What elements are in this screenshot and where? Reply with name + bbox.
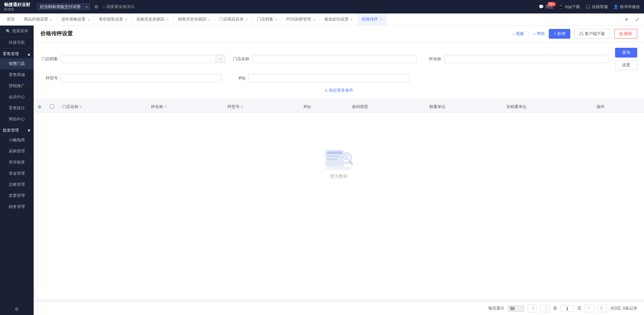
- tab-close-all-button[interactable]: ✕: [622, 16, 631, 23]
- tab-price-settings-label: 商品价格设置: [24, 16, 48, 22]
- delete-button[interactable]: 面 删除: [614, 29, 637, 39]
- th-gear[interactable]: ⚙: [34, 101, 46, 113]
- filter-scale-name: 秤名称: [424, 55, 608, 63]
- version-settings-button[interactable]: ⚙: [93, 3, 100, 10]
- sidebar-item-retail-mall-label: 零售商城: [9, 72, 25, 78]
- next-page-button[interactable]: 〉: [585, 305, 594, 312]
- sidebar-item-invoice[interactable]: 发票管理: [0, 190, 34, 201]
- tab-purchase-history-close[interactable]: ×: [167, 18, 169, 22]
- sidebar-item-help-center[interactable]: 帮助中心: [0, 114, 34, 125]
- sidebar-item-tax[interactable]: 税务管理: [0, 201, 34, 212]
- prev-page-button[interactable]: 〈: [540, 305, 550, 312]
- filter-store-name-input[interactable]: [252, 55, 417, 63]
- tab-pos-manage-close[interactable]: ×: [313, 18, 315, 22]
- sidebar-item-retail-mall[interactable]: 零售商城: [0, 69, 34, 80]
- online-service-button[interactable]: 🎧 在线客服: [585, 4, 608, 10]
- filter-store-name: 门店名称: [232, 55, 417, 63]
- version-select[interactable]: 好业财标准版交付试用: [37, 3, 90, 10]
- sidebar-item-purchase-mgr[interactable]: 采购管理: [0, 146, 34, 157]
- tab-min-discount-close[interactable]: ×: [351, 18, 353, 22]
- filter-scale-ip-input[interactable]: [248, 74, 409, 82]
- filter-scale-name-input[interactable]: [444, 55, 608, 63]
- filter-scale-ip-label: 秤ip: [228, 75, 246, 81]
- sidebar-quick-nav[interactable]: 快捷导航: [0, 37, 34, 48]
- query-button[interactable]: 查询: [615, 48, 637, 58]
- filter-scale-model-input[interactable]: [61, 74, 221, 82]
- select-all-checkbox[interactable]: [50, 104, 54, 109]
- version-select-wrap[interactable]: 好业财标准版交付试用: [37, 3, 90, 10]
- svg-rect-4: [327, 159, 337, 160]
- tab-purchase-strategy-close[interactable]: ×: [87, 18, 90, 22]
- user-menu[interactable]: 👤 徐泽华修改: [613, 4, 640, 10]
- page-title: 价格传秤设置: [40, 30, 73, 37]
- help-link[interactable]: ○ 帮助: [533, 31, 545, 37]
- tab-purchase-strategy[interactable]: 进价策略设置 ×: [57, 13, 94, 25]
- sidebar-item-smart-store[interactable]: 智慧门店: [0, 58, 34, 69]
- tab-store-archive[interactable]: 门店档案 ×: [253, 13, 282, 25]
- download-button[interactable]: 凸 客户端下载: [574, 29, 610, 39]
- tab-store-archive-close[interactable]: ×: [275, 18, 277, 22]
- sidebar-item-invoice-label: 发票管理: [9, 193, 25, 199]
- tab-store-catalog-close[interactable]: ×: [246, 18, 248, 22]
- tab-sale-history[interactable]: 销售历史价跟踪 ×: [174, 13, 215, 25]
- settings-button[interactable]: 设置: [615, 60, 637, 70]
- per-page-select[interactable]: 50 10 20 100: [508, 305, 524, 312]
- th-weight-unit: 称重单位: [425, 101, 502, 113]
- first-page-button[interactable]: 《: [528, 305, 537, 312]
- tab-sale-history-close[interactable]: ×: [208, 18, 210, 22]
- sidebar-settings-icon[interactable]: ⚙: [0, 303, 34, 315]
- data-table: ⚙ 门店名称 ⇅ 秤名称: [34, 101, 644, 113]
- tab-min-discount[interactable]: 最低折扣设置 ×: [320, 13, 357, 25]
- sidebar-item-marketing[interactable]: 营销推广: [0, 80, 34, 92]
- sidebar-item-general-ledger[interactable]: 总账管理: [0, 179, 34, 190]
- sidebar-item-member-center-label: 会员中心: [9, 94, 25, 100]
- th-store-name: 门店名称 ⇅: [58, 101, 147, 113]
- sidebar-item-member-center[interactable]: 会员中心: [0, 92, 34, 103]
- sidebar-item-retail-stats[interactable]: 零售统计: [0, 103, 34, 114]
- app-download-button[interactable]: 📱 App下载: [559, 4, 580, 10]
- demo-icon: ○: [103, 4, 105, 9]
- tab-price-scale[interactable]: 价格传秤 ×: [358, 13, 386, 25]
- help-icon: ○: [533, 32, 536, 36]
- sidebar-wholesale-label: 批发管理: [3, 128, 19, 133]
- sidebar-item-inventory[interactable]: 库存核算: [0, 157, 34, 168]
- sidebar-wholesale-header[interactable]: 批发管理 ▼: [0, 125, 34, 135]
- filter-store-archive-input[interactable]: [61, 55, 216, 63]
- last-page-button[interactable]: 》: [598, 305, 607, 312]
- filter-actions: 查询 设置: [615, 48, 637, 70]
- filter-store-archive-btn[interactable]: ···: [216, 55, 225, 63]
- demo-link[interactable]: ○ 我要看实例演示: [103, 4, 135, 10]
- tab-home[interactable]: 首页: [3, 13, 19, 25]
- sidebar-search[interactable]: 🔍 搜索菜单: [0, 26, 34, 37]
- tab-purchase-history[interactable]: 采购历史价跟踪 ×: [132, 13, 173, 25]
- tab-pos-manage-label: POS加密管理: [286, 16, 311, 22]
- sidebar-retail-header[interactable]: 零售管理 ▲: [0, 48, 34, 58]
- tab-store-catalog-label: 门店商品目录: [219, 16, 244, 22]
- sidebar-item-finance[interactable]: 资金管理: [0, 168, 34, 179]
- content-header: 价格传秤设置 ○ 视频 | ○ 帮助 + 新增 凸 客户端下载 面: [34, 26, 644, 42]
- tab-sell-price-label: 售价提取设置: [99, 16, 123, 22]
- tab-price-scale-close[interactable]: ×: [380, 18, 382, 22]
- empty-illustration: [319, 140, 359, 173]
- tab-price-scale-label: 价格传秤: [362, 16, 378, 22]
- message-badge: 99+: [547, 2, 556, 6]
- tab-price-settings[interactable]: 商品价格设置 ×: [20, 13, 57, 25]
- tab-price-settings-close[interactable]: ×: [50, 18, 52, 22]
- tab-sell-price-close[interactable]: ×: [125, 18, 127, 22]
- add-button[interactable]: + 新增: [549, 29, 570, 39]
- sidebar-item-xiaochangec[interactable]: 小畅电商: [0, 135, 34, 146]
- video-link[interactable]: ○ 视频: [512, 31, 524, 37]
- collapse-bar[interactable]: ∧ 收起更多条件: [40, 86, 637, 96]
- gear-icon: ⚙: [15, 307, 19, 312]
- tab-pos-manage[interactable]: POS加密管理 ×: [282, 13, 320, 25]
- message-button[interactable]: 💬 消息 99+: [539, 4, 553, 10]
- tab-store-catalog[interactable]: 门店商品目录 ×: [215, 13, 252, 25]
- filter-area: 门店档案 ··· 门店名称 秤名称 查询 设置: [34, 42, 644, 99]
- page-number-input[interactable]: [561, 305, 574, 312]
- tab-fullscreen-button[interactable]: ⤢: [633, 16, 641, 23]
- tab-sell-price[interactable]: 售价提取设置 ×: [95, 13, 132, 25]
- tab-bar-end: ✕ ⤢: [622, 16, 641, 23]
- filter-row-1: 门店档案 ··· 门店名称 秤名称 查询 设置: [40, 48, 637, 70]
- th-scale-name: 秤名称 ⇅: [147, 101, 223, 113]
- svg-point-0: [325, 166, 352, 170]
